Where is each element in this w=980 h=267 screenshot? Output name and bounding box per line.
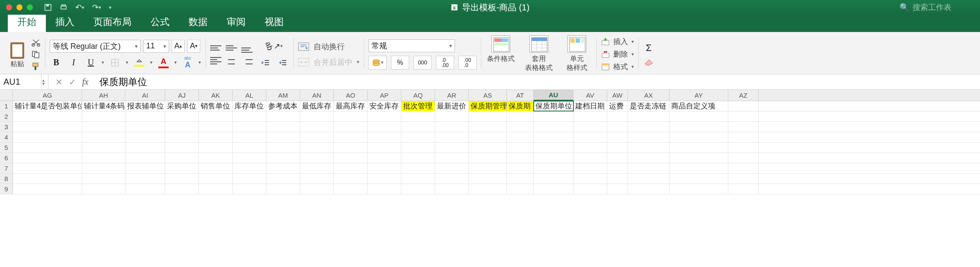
cell-AK5[interactable] — [199, 143, 233, 153]
cell-AX2[interactable] — [628, 111, 669, 121]
cell-AO3[interactable] — [334, 122, 368, 132]
cell-AU2[interactable] — [534, 111, 573, 121]
cell-AL3[interactable] — [233, 122, 266, 132]
cell-AR3[interactable] — [435, 122, 469, 132]
column-header-AV[interactable]: AV — [573, 90, 607, 101]
align-right-button[interactable] — [241, 56, 253, 66]
copy-icon[interactable] — [31, 50, 41, 59]
cell-AT9[interactable] — [507, 184, 534, 194]
merge-center-button[interactable]: 合并后居中 ▾ — [298, 57, 359, 67]
cell-AS4[interactable] — [469, 132, 507, 142]
cell-AU7[interactable] — [534, 163, 573, 173]
column-header-AN[interactable]: AN — [300, 90, 334, 101]
tab-data[interactable]: 数据 — [179, 12, 217, 32]
cell-AG1[interactable]: 辅计量4是否包装单位 — [13, 101, 82, 111]
cell-AT4[interactable] — [507, 132, 534, 142]
zoom-window-button[interactable] — [27, 4, 33, 10]
increase-font-button[interactable]: A▴ — [172, 40, 185, 53]
row-header-6[interactable]: 6 — [0, 153, 13, 163]
column-header-AO[interactable]: AO — [334, 90, 368, 101]
cell-AG8[interactable] — [13, 174, 82, 184]
row-header-1[interactable]: 1 — [0, 101, 13, 111]
cell-AJ1[interactable]: 采购单位 — [165, 101, 199, 111]
cell-AH8[interactable] — [82, 174, 125, 184]
cell-AZ2[interactable] — [728, 111, 759, 121]
column-header-AU[interactable]: AU — [534, 90, 573, 101]
name-box-stepper[interactable]: ▲▼ — [42, 74, 48, 89]
cell-AQ4[interactable] — [401, 132, 435, 142]
row-header-8[interactable]: 8 — [0, 174, 13, 184]
cell-AY8[interactable] — [669, 174, 728, 184]
number-format-combo[interactable]: 常规▾ — [368, 39, 455, 52]
paste-button[interactable]: 粘贴 — [7, 39, 28, 70]
column-header-AW[interactable]: AW — [607, 90, 628, 101]
cell-AQ5[interactable] — [401, 143, 435, 153]
cell-AX6[interactable] — [628, 153, 669, 163]
cell-AP5[interactable] — [368, 143, 401, 153]
cell-AX4[interactable] — [628, 132, 669, 142]
cell-AO2[interactable] — [334, 111, 368, 121]
cell-AZ7[interactable] — [728, 163, 759, 173]
cell-AQ3[interactable] — [401, 122, 435, 132]
redo-button[interactable]: ↷ ▾ — [92, 3, 101, 12]
cell-AW4[interactable] — [607, 132, 628, 142]
cell-AI7[interactable] — [125, 163, 165, 173]
cell-AH1[interactable]: 辅计量4条码 — [82, 101, 125, 111]
cell-AU4[interactable] — [534, 132, 573, 142]
cell-AM7[interactable] — [266, 163, 300, 173]
column-header-AY[interactable]: AY — [669, 90, 728, 101]
increase-decimal-button[interactable]: .0.00 — [436, 56, 454, 70]
row-header-3[interactable]: 3 — [0, 122, 13, 132]
close-window-button[interactable] — [6, 4, 12, 10]
cell-AP8[interactable] — [368, 174, 401, 184]
cell-AJ4[interactable] — [165, 132, 199, 142]
cell-AZ3[interactable] — [728, 122, 759, 132]
select-all-corner[interactable] — [0, 90, 13, 101]
cell-AT1[interactable]: 保质期 — [507, 101, 534, 111]
column-header-AP[interactable]: AP — [368, 90, 401, 101]
insert-cells-button[interactable]: 插入 ▾ — [601, 37, 634, 47]
cell-AJ5[interactable] — [165, 143, 199, 153]
cell-AK7[interactable] — [199, 163, 233, 173]
column-header-AJ[interactable]: AJ — [165, 90, 199, 101]
cell-AL2[interactable] — [233, 111, 266, 121]
cell-AO8[interactable] — [334, 174, 368, 184]
tab-insert[interactable]: 插入 — [46, 12, 84, 32]
cell-AV2[interactable] — [573, 111, 607, 121]
cell-AZ4[interactable] — [728, 132, 759, 142]
cut-icon[interactable] — [31, 38, 41, 47]
cell-AL4[interactable] — [233, 132, 266, 142]
cell-AY4[interactable] — [669, 132, 728, 142]
wrap-text-button[interactable]: 自动换行 — [298, 41, 359, 52]
cell-AW3[interactable] — [607, 122, 628, 132]
font-color-button[interactable]: A — [157, 56, 170, 69]
cell-AY9[interactable] — [669, 184, 728, 194]
cell-AJ8[interactable] — [165, 174, 199, 184]
cell-AO1[interactable]: 最高库存 — [334, 101, 368, 111]
cancel-formula-button[interactable]: ✕ — [55, 77, 63, 87]
cell-AG9[interactable] — [13, 184, 82, 194]
cell-AZ6[interactable] — [728, 153, 759, 163]
align-middle-button[interactable] — [226, 43, 237, 53]
cell-AK4[interactable] — [199, 132, 233, 142]
cell-AX3[interactable] — [628, 122, 669, 132]
align-bottom-button[interactable] — [241, 43, 253, 53]
cell-AS8[interactable] — [469, 174, 507, 184]
cell-AN3[interactable] — [300, 122, 334, 132]
cell-AQ1[interactable]: 批次管理 — [401, 101, 435, 111]
cell-AS9[interactable] — [469, 184, 507, 194]
cell-AK1[interactable]: 销售单位 — [199, 101, 233, 111]
cell-AX1[interactable]: 是否走冻链 — [628, 101, 669, 111]
cell-AR7[interactable] — [435, 163, 469, 173]
cell-AM2[interactable] — [266, 111, 300, 121]
cell-AT7[interactable] — [507, 163, 534, 173]
cell-AP2[interactable] — [368, 111, 401, 121]
cell-AR1[interactable]: 最新进价 — [435, 101, 469, 111]
cell-AP4[interactable] — [368, 132, 401, 142]
cell-AV5[interactable] — [573, 143, 607, 153]
column-header-AH[interactable]: AH — [82, 90, 125, 101]
tab-home[interactable]: 开始 — [8, 12, 46, 32]
cell-AH7[interactable] — [82, 163, 125, 173]
cell-AN1[interactable]: 最低库存 — [300, 101, 334, 111]
cell-AN8[interactable] — [300, 174, 334, 184]
